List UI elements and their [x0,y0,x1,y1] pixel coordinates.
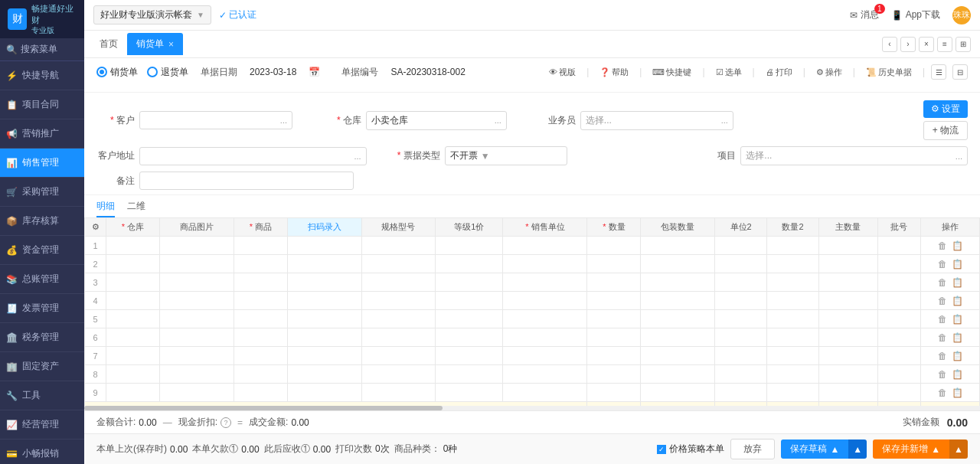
delete-row-icon[interactable]: 🗑 [938,314,947,325]
cell-product-image[interactable] [160,365,234,384]
sidebar-item-inventory[interactable]: 📦 库存核算 [0,207,84,236]
tab-grid-view-button[interactable]: ⊞ [956,37,971,52]
cell-spec[interactable] [361,384,436,402]
cell-price1[interactable] [436,347,503,365]
cell-warehouse[interactable] [106,310,160,328]
cell-pkg-qty[interactable] [641,292,715,310]
cell-price1[interactable] [436,255,503,273]
project-more-btn[interactable]: ... [956,152,962,161]
cell-unit2[interactable] [715,292,767,310]
tab-2d[interactable]: 二维 [127,200,145,217]
delete-row-icon[interactable]: 🗑 [938,351,947,361]
copy-row-icon[interactable]: 📋 [952,259,963,270]
cell-main-qty[interactable] [818,237,877,255]
cell-product-image[interactable] [160,384,234,402]
delete-row-icon[interactable]: 🗑 [938,332,947,343]
sidebar-item-purchase[interactable]: 🛒 采购管理 [0,178,84,207]
cell-qty[interactable] [587,255,641,273]
tab-close-icon[interactable]: × [168,39,174,50]
copy-row-icon[interactable]: 📋 [952,387,963,398]
delete-row-icon[interactable]: 🗑 [938,240,947,251]
cell-qty[interactable] [587,237,641,255]
sidebar-item-accounting[interactable]: 📚 总账管理 [0,265,84,294]
cell-qty[interactable] [587,292,641,310]
tab-sale-order[interactable]: 销货单 × [127,33,183,55]
cell-pkg-qty[interactable] [641,273,715,292]
cell-product[interactable] [234,384,287,402]
cell-scan-entry[interactable] [287,384,361,402]
cell-unit[interactable] [503,365,587,384]
cell-batch[interactable] [877,347,921,365]
cell-pkg-qty[interactable] [641,347,715,365]
cell-qty2[interactable] [767,328,819,347]
company-selector[interactable]: 好业财专业版演示帐套 ▼ [93,5,211,25]
horizontal-scrollbar[interactable] [84,406,980,410]
cell-unit2[interactable] [715,273,767,292]
cell-product[interactable] [234,292,287,310]
cell-qty[interactable] [587,384,641,402]
cell-main-qty[interactable] [818,328,877,347]
sidebar-search[interactable]: 🔍 搜索菜单 [0,38,84,61]
invoice-type-select[interactable]: 不开票 ▼ [445,146,567,165]
cell-qty[interactable] [587,365,641,384]
delete-row-icon[interactable]: 🗑 [938,277,947,288]
settings-icon[interactable]: ⚙ [92,222,100,231]
sidebar-item-finance[interactable]: 💰 资金管理 [0,236,84,265]
cell-product[interactable] [234,347,287,365]
cell-warehouse[interactable] [106,273,160,292]
cell-spec[interactable] [361,255,436,273]
customer-more-btn[interactable]: ... [280,116,287,125]
cell-product-image[interactable] [160,255,234,273]
tab-close-button[interactable]: × [919,37,934,52]
cell-spec[interactable] [361,273,436,292]
cell-spec[interactable] [361,310,436,328]
cell-scan-entry[interactable] [287,273,361,292]
copy-row-icon[interactable]: 📋 [952,351,963,361]
cell-product-image[interactable] [160,347,234,365]
cell-unit[interactable] [503,328,587,347]
cell-price1[interactable] [436,384,503,402]
cell-unit[interactable] [503,310,587,328]
address-more-btn[interactable]: ... [354,152,361,161]
cell-warehouse[interactable] [106,328,160,347]
sidebar-item-invoice[interactable]: 🧾 发票管理 [0,294,84,323]
tab-list-view-button[interactable]: ≡ [937,37,952,52]
sidebar-item-sales[interactable]: 📊 销售管理 [0,149,84,178]
cell-main-qty[interactable] [818,347,877,365]
cell-warehouse[interactable] [106,347,160,365]
cell-price1[interactable] [436,237,503,255]
cell-price1[interactable] [436,273,503,292]
cell-qty2[interactable] [767,255,819,273]
cell-qty2[interactable] [767,237,819,255]
save-draft-arrow-button[interactable]: ▲ [848,439,867,459]
tab-detail[interactable]: 明细 [96,200,115,217]
cell-qty2[interactable] [767,273,819,292]
cell-unit2[interactable] [715,384,767,402]
cell-qty2[interactable] [767,310,819,328]
save-new-arrow-button[interactable]: ▲ [949,439,968,459]
cell-batch[interactable] [877,292,921,310]
cell-product[interactable] [234,237,287,255]
cell-warehouse[interactable] [106,292,160,310]
cell-batch[interactable] [877,384,921,402]
cell-main-qty[interactable] [818,310,877,328]
cell-pkg-qty[interactable] [641,310,715,328]
sidebar-item-tax[interactable]: 🏛️ 税务管理 [0,323,84,352]
toolbar-help-btn[interactable]: ❓ 帮助 [595,65,633,80]
price-policy-checkbox[interactable]: ✓ 价格策略本单 [657,443,724,456]
cell-batch[interactable] [877,237,921,255]
toolbar-view-btn[interactable]: 👁 视版 [544,65,580,80]
cell-unit[interactable] [503,347,587,365]
save-new-button[interactable]: 保存并新增 ▲ [873,439,949,459]
cell-pkg-qty[interactable] [641,237,715,255]
cell-pkg-qty[interactable] [641,328,715,347]
cell-product-image[interactable] [160,237,234,255]
cell-qty2[interactable] [767,347,819,365]
abandon-button[interactable]: 放弃 [730,439,775,459]
cell-product-image[interactable] [160,292,234,310]
cell-product-image[interactable] [160,273,234,292]
sidebar-item-fixed-assets[interactable]: 🏢 固定资产 [0,352,84,381]
warehouse-more-btn[interactable]: ... [495,116,501,125]
copy-row-icon[interactable]: 📋 [952,240,963,251]
cell-spec[interactable] [361,237,436,255]
